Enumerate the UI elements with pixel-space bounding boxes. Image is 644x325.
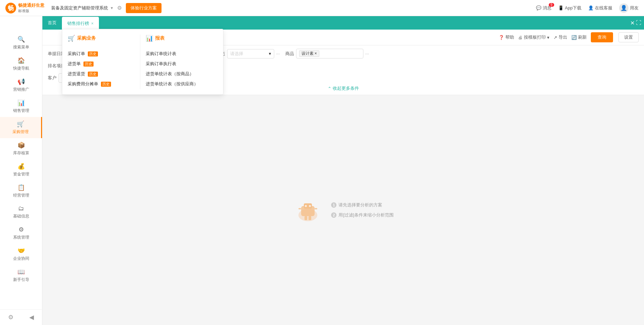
service-icon: 👤: [588, 5, 594, 10]
main-content: 1 请先选择要分析的方案 2 用[过滤]条件来缩小分析范围: [42, 95, 644, 325]
print-icon: 🖨: [518, 35, 523, 40]
refresh-icon: 🔄: [571, 35, 577, 40]
sidebar-item-finance[interactable]: 💰 资金管理: [0, 159, 42, 180]
sidebar-item-guide[interactable]: 📖 新手引导: [0, 265, 42, 286]
export-icon: ↗: [553, 35, 557, 40]
sidebar-collapse-icon[interactable]: ◀: [29, 314, 34, 321]
menu-item-expense[interactable]: 采购费用分摊单 历史: [68, 79, 140, 89]
logo-area: 畅 畅捷通好生意 标准版: [5, 3, 44, 13]
sidebar-bottom: ⚙ ◀: [0, 309, 42, 325]
help-action[interactable]: ❓ 帮助: [499, 34, 514, 40]
sidebar-item-operation[interactable]: 📋 经营管理: [0, 180, 42, 202]
settings-action-button[interactable]: 设置: [618, 32, 639, 42]
logo-icon: 畅: [5, 3, 16, 13]
sidebar-item-basic[interactable]: 🗂 基础信息: [0, 202, 42, 222]
app-container: 畅 畅捷通好生意 标准版 装备及固定资产辅助管理系统 ▾ ⚙ 体验行业方案 💬 …: [0, 0, 644, 325]
app-download-item[interactable]: 📱 App下载: [558, 5, 581, 11]
svg-rect-8: [315, 208, 317, 209]
report-col-icon: 📊: [146, 35, 153, 42]
sidebar-item-purchase[interactable]: 🛒 采购管理: [0, 117, 42, 138]
top-right: 💬 消息 9 📱 App下载 👤 在线客服 👤 用友: [536, 3, 639, 13]
refresh-action[interactable]: 🔄 刷新: [571, 34, 587, 40]
finance-icon: 💰: [17, 163, 25, 170]
trial-button[interactable]: 体验行业方案: [126, 3, 162, 13]
print-dropdown-icon[interactable]: ▾: [547, 35, 549, 40]
menu-item-incoming-supplier[interactable]: 进货单统计表（按供应商）: [146, 79, 218, 89]
purchase-business-col: 🛒 采购业务 采购订单 历史 进货单 历史: [68, 35, 140, 89]
svg-rect-7: [298, 208, 301, 209]
status-more-dots[interactable]: ···: [276, 51, 280, 56]
goods-tag[interactable]: 设计素 ×: [299, 50, 319, 57]
top-bar: 畅 畅捷通好生意 标准版 装备及固定资产辅助管理系统 ▾ ⚙ 体验行业方案 💬 …: [0, 0, 644, 16]
help-icon: ❓: [499, 35, 504, 40]
menu-item-order-stats[interactable]: 采购订单统计表: [146, 49, 218, 59]
menu-item-order-exec[interactable]: 采购订单执行表: [146, 59, 218, 69]
message-icon: 💬: [536, 5, 541, 10]
goods-more-dots[interactable]: ···: [365, 51, 369, 56]
inventory-icon: 📦: [17, 141, 25, 149]
operation-icon: 📋: [17, 184, 25, 191]
badge-purchase-order: 历史: [88, 51, 98, 56]
online-service-item[interactable]: 👤 在线客服: [588, 5, 612, 11]
tab-home[interactable]: 首页: [42, 16, 62, 30]
user-item[interactable]: 👤 用友: [619, 3, 639, 13]
menu-item-purchase-order[interactable]: 采购订单 历史: [68, 49, 140, 59]
svg-rect-5: [305, 216, 307, 220]
status-dropdown-icon: ▾: [269, 51, 271, 56]
tab-close-all-icon[interactable]: ✕: [630, 20, 635, 26]
query-button[interactable]: 查询: [591, 32, 613, 42]
sidebar-item-marketing[interactable]: 📢 营销推广: [0, 75, 42, 96]
sidebar-item-inventory[interactable]: 📦 库存核算: [0, 138, 42, 159]
print-action[interactable]: 🖨 按模板打印 ▾: [518, 34, 549, 40]
collapse-button[interactable]: ⌃ 收起更多条件: [328, 85, 359, 91]
svg-point-3: [305, 205, 307, 207]
sidebar-item-enterprise[interactable]: 🤝 企业协同: [0, 244, 42, 265]
user-avatar: 👤: [619, 3, 629, 13]
col1-title: 🛒 采购业务: [68, 35, 140, 45]
home-icon: 🏠: [17, 57, 25, 64]
badge-incoming: 历史: [83, 62, 94, 67]
sidebar-settings-icon[interactable]: ⚙: [8, 314, 13, 321]
menu-item-incoming-goods[interactable]: 进货单统计表（按商品）: [146, 69, 218, 79]
message-badge: 9: [549, 3, 554, 7]
purchase-dropdown-menu: 🛒 采购业务 采购订单 历史 进货单 历史: [62, 29, 223, 95]
system-dropdown-arrow[interactable]: ▾: [111, 5, 113, 10]
status-select[interactable]: 请选择 ▾: [227, 49, 274, 58]
settings-icon[interactable]: ⚙: [117, 5, 122, 11]
guide-icon: 📖: [17, 268, 25, 276]
empty-hint-2: 2 用[过滤]条件来缩小分析范围: [331, 212, 393, 218]
message-item[interactable]: 💬 消息 9: [536, 5, 551, 11]
menu-item-incoming[interactable]: 进货单 历史: [68, 59, 140, 69]
sidebar-item-sales[interactable]: 📊 销售管理: [0, 96, 42, 117]
basic-icon: 🗂: [18, 205, 24, 212]
tab-sales-ranking[interactable]: 销售排行榜 ×: [62, 17, 99, 30]
customer-label: 客户: [48, 75, 57, 81]
search-icon: 🔍: [17, 36, 25, 43]
sidebar-item-system[interactable]: ⚙ 系统管理: [0, 222, 42, 244]
system-title: 装备及固定资产辅助管理系统: [51, 5, 108, 11]
export-action[interactable]: ↗ 导出: [553, 34, 567, 40]
sidebar-item-search[interactable]: 🔍 搜索菜单: [0, 32, 42, 53]
sidebar-item-quick-nav[interactable]: 🏠 快捷导航: [0, 53, 42, 75]
menu-item-return[interactable]: 进货退货 历史: [68, 69, 140, 79]
svg-rect-6: [309, 216, 311, 220]
goods-input[interactable]: 设计素 ×: [296, 49, 363, 58]
goods-label: 商品: [285, 51, 294, 57]
badge-expense: 历史: [101, 82, 111, 87]
report-col: 📊 报表 采购订单统计表 采购订单执行表 进货单统计表（按商品）: [140, 35, 218, 89]
empty-hint-1: 1 请先选择要分析的方案: [331, 202, 393, 208]
enterprise-icon: 🤝: [17, 247, 25, 254]
content-area: 首页 销售排行榜 × 🛒 采购业务: [42, 16, 644, 325]
content-header-right: ❓ 帮助 🖨 按模板打印 ▾ ↗ 导出 🔄 刷新: [499, 32, 639, 42]
col2-title: 📊 报表: [146, 35, 218, 45]
purchase-icon: 🛒: [17, 120, 24, 128]
tab-expand-icon[interactable]: ⛶: [636, 20, 641, 26]
marketing-icon: 📢: [17, 78, 25, 85]
sidebar: 🔍 搜索菜单 🏠 快捷导航 📢 营销推广 📊 销售管理 🛒 采购管理 📦: [0, 16, 42, 325]
svg-point-4: [309, 205, 311, 207]
app-icon: 📱: [558, 5, 564, 10]
tab-close-icon[interactable]: ×: [91, 21, 94, 26]
sidebar-header: [0, 16, 42, 32]
tab-bar-right: ✕ ⛶: [630, 20, 644, 26]
tab-bar: 首页 销售排行榜 × 🛒 采购业务: [42, 16, 644, 30]
